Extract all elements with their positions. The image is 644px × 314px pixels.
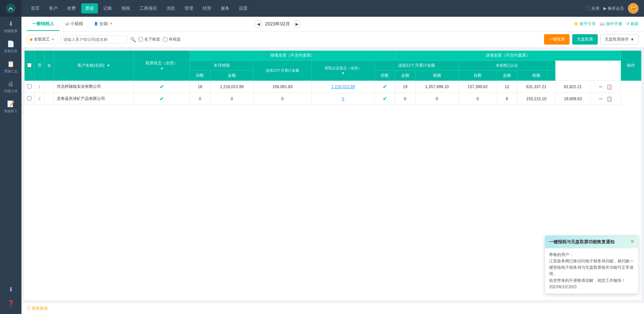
nav-settings[interactable]: 设置: [235, 3, 252, 13]
nav-operation[interactable]: 经营: [199, 3, 215, 13]
col-cert-status: 获取认证状态（全部） ▼: [312, 61, 375, 81]
smart-fetch-icon: ⬇: [8, 20, 13, 27]
employee-label: 全部员工: [34, 37, 50, 42]
row-checkbox-1[interactable]: [27, 84, 32, 88]
nav-home[interactable]: 首页: [27, 3, 44, 13]
col-cumulative: 连续12个月累计金额: [253, 61, 312, 81]
period-navigator: ◀ 2023年02月 ▶: [254, 20, 301, 28]
prev-period-btn[interactable]: ◀: [254, 20, 262, 28]
row-cert-amount-2: 0: [415, 93, 459, 105]
col-group-sales: 销项发票（不含作废票）: [190, 51, 395, 61]
row-customer-2: 灵寿县尚泽矿产品有限公司: [54, 93, 134, 105]
sidebar-item-help[interactable]: ❓: [0, 297, 21, 311]
col-uncert-amount: 金额: [497, 71, 517, 81]
view-btn-1[interactable]: 📋: [606, 84, 612, 89]
sidebar-item-download[interactable]: ⬇: [0, 282, 21, 297]
row-sales-amount-2: 0: [210, 93, 254, 105]
fullscreen-btn[interactable]: ⛶ 全屏: [586, 6, 599, 11]
row-no-1: 1: [35, 81, 45, 93]
scan-icon: 🖨: [8, 80, 14, 87]
nav-collection[interactable]: 收费: [63, 3, 80, 13]
cert-filter-icon[interactable]: ▼: [341, 71, 345, 75]
notification-header: 一键报税与无盘取票功能恢复通知 ✕: [545, 236, 638, 248]
nav-tax[interactable]: 报税: [117, 3, 134, 13]
subgroup-monthly-sales: 本月销项: [190, 61, 254, 71]
sidebar-item-invoice-open[interactable]: 📄 发票开具: [0, 37, 21, 57]
sidebar-item-invoice-summary[interactable]: 📋 票据汇总: [0, 57, 21, 77]
settings-icon: ⚙: [47, 63, 51, 68]
tax-checkbox[interactable]: [163, 37, 167, 42]
notification-popup: 一键报税与无盘取票功能恢复通知 ✕ 尊敬的用户： 江苏政务网已恢访问电子税务局功…: [545, 235, 639, 294]
row-actions-1: ✏ 📋: [590, 81, 621, 93]
next-period-btn[interactable]: ▶: [293, 20, 301, 28]
toolbar-right: 一键取票 无盘取票 无盘取票操作 ▼: [544, 34, 639, 45]
tab-all[interactable]: 👤 全能 ▼: [89, 17, 118, 31]
row-cumulative-1[interactable]: 1,216,013.99: [331, 84, 355, 89]
nav-invoice[interactable]: 票据: [81, 3, 98, 13]
row-customer-1: 河北柯瑞核实业有限公司: [54, 81, 134, 93]
avatar[interactable]: 🐱: [628, 3, 639, 14]
tax-policy-link[interactable]: ⓘ 税务政策: [27, 306, 48, 311]
sidebar-item-invoice-entry[interactable]: 📝 票据录入: [0, 97, 21, 117]
nav-industry[interactable]: 工商项目: [136, 3, 161, 13]
account-checkbox-label[interactable]: 名下账套: [139, 37, 160, 42]
search-input[interactable]: [60, 36, 127, 44]
sidebar-item-smart-fetch[interactable]: ⬇ 智能取票: [0, 17, 21, 37]
employee-dot: [30, 38, 33, 41]
tab-general[interactable]: 一般纳税人: [27, 17, 59, 31]
notification-title: 一键报税与无盘取票功能恢复通知: [549, 239, 614, 245]
notification-text: 尊敬的用户： 江苏政务网已恢访问电子税务局功能，易代账一键登陆电子税务局与无盘取…: [549, 252, 634, 289]
manual-btn[interactable]: 📖 操作手册: [600, 21, 622, 27]
current-period: 2023年02月: [265, 21, 290, 27]
row-expand-2: [45, 93, 54, 105]
no-disk-btn[interactable]: 无盘取票: [572, 34, 598, 45]
logo: [0, 0, 21, 17]
invoice-entry-icon: 📝: [7, 100, 14, 108]
row-sales-tax-1: 158,081.83: [253, 81, 312, 93]
edit-btn-2[interactable]: ✏: [599, 96, 603, 102]
footer: ⓘ 税务政策: [21, 303, 644, 314]
row-sales-tax-2: 0: [253, 93, 312, 105]
row-checkbox-2[interactable]: [27, 96, 32, 101]
nav-customer[interactable]: 客户: [45, 3, 62, 13]
invoice-table: 序 ⚙ 客户名称(全部) ▼ 取票状态（全部） ▼ 销项发票（不含作废票）: [24, 50, 641, 105]
one-click-btn[interactable]: 一键取票: [544, 34, 570, 45]
nav-bookkeeping[interactable]: 记账: [99, 3, 116, 13]
nav-service[interactable]: 服务: [217, 3, 233, 13]
nav-manage[interactable]: 管理: [180, 3, 197, 13]
account-checkbox[interactable]: [139, 37, 143, 42]
tab-bar: 一般纳税人 📊 小规模 👤 全能 ▼ ◀ 2023年02月 ▶ ⭐ 新手引导: [21, 17, 644, 32]
row-uncert-count-2: 6: [497, 93, 517, 105]
row-cert-amount-1: 1,357,999.10: [415, 81, 459, 93]
row-uncert-amount-1: 631,337.21: [517, 81, 555, 93]
row-cert-tax-1: 157,399.62: [459, 81, 497, 93]
nav-message[interactable]: 消息: [162, 3, 179, 13]
sidebar-item-scan-upload[interactable]: 🖨 扫描上传: [0, 77, 21, 97]
edit-btn-1[interactable]: ✏: [599, 84, 603, 89]
view-btn-2[interactable]: 📋: [606, 96, 612, 102]
refresh-btn[interactable]: ↺ 刷新: [626, 21, 639, 27]
col-settings[interactable]: ⚙: [45, 51, 54, 81]
new-guide-btn[interactable]: ⭐ 新手引导: [574, 21, 596, 27]
no-disk-ops-btn[interactable]: 无盘取票操作 ▼: [600, 34, 639, 45]
row-no-2: 2: [35, 93, 45, 105]
tab-small[interactable]: 📊 小规模: [59, 17, 89, 31]
row-expand-1: [45, 81, 54, 93]
filter-icon[interactable]: ▼: [107, 64, 110, 67]
subgroup-uncertified: 本税期已认证: [459, 61, 555, 71]
invoice-open-icon: 📄: [7, 40, 14, 48]
row-cumulative-2[interactable]: 0: [342, 97, 344, 101]
col-group-purchase: 进项发票（不含作废票）: [395, 51, 621, 61]
notification-close-btn[interactable]: ✕: [630, 239, 634, 244]
employee-select[interactable]: 全部员工 ▼: [27, 35, 58, 44]
download-icon: ⬇: [8, 286, 13, 293]
search-button[interactable]: 🔍: [130, 37, 136, 42]
tax-checkbox-label[interactable]: 有税盘: [163, 37, 181, 42]
member-btn[interactable]: ▶ 畅享会员: [603, 6, 624, 11]
select-all-checkbox[interactable]: [27, 63, 32, 67]
fetch-status-2: ✔: [160, 96, 164, 102]
top-nav: 首页 客户 收费 票据 记账 报税 工商项目 消息 管理 经营 服务 设置 ⛶ …: [21, 0, 644, 17]
row-cert-count-1: 19: [395, 81, 416, 93]
fetch-filter-icon[interactable]: ▼: [160, 67, 163, 70]
fullscreen-icon: ⛶: [586, 6, 590, 11]
